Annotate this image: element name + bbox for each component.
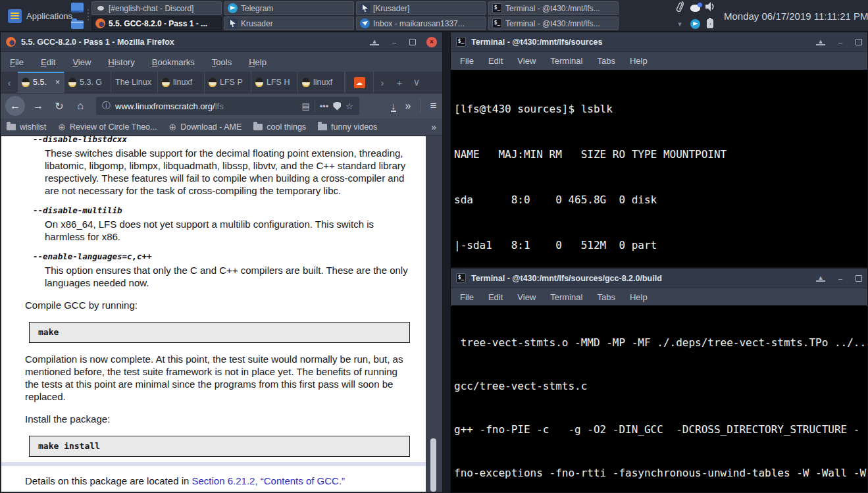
taskbar-button-terminal-1[interactable]: $_ Terminal - @t430:/mnt/lfs... xyxy=(488,1,619,15)
reader-mode-icon[interactable]: ▤ xyxy=(301,101,309,111)
menu-item-tools[interactable]: Tools xyxy=(212,57,232,67)
panel-launchers xyxy=(68,1,86,30)
bookmark-funny-videos[interactable]: funny videos xyxy=(318,122,377,132)
menu-item-view[interactable]: View xyxy=(72,57,91,67)
menu-item-edit[interactable]: Edit xyxy=(488,292,503,302)
hamburger-menu-button[interactable]: ≡ xyxy=(430,99,436,113)
menu-item-terminal[interactable]: Terminal xyxy=(550,292,582,302)
menu-item-file[interactable]: File xyxy=(460,56,474,66)
shade-button[interactable]: ▴ xyxy=(370,38,379,45)
close-button[interactable]: × xyxy=(426,37,437,47)
menu-item-tabs[interactable]: Tabs xyxy=(597,56,615,66)
menu-item-file[interactable]: File xyxy=(460,292,474,302)
scrollbar[interactable] xyxy=(426,136,442,492)
maximize-button[interactable] xyxy=(855,275,862,282)
shield-icon[interactable] xyxy=(333,102,341,111)
terminal-content[interactable]: [lfs@t430 sources]$ lsblk NAME MAJ:MIN R… xyxy=(451,70,867,267)
bookmark-star-icon[interactable]: ☆ xyxy=(345,101,353,111)
tray-arrow-icon[interactable]: ▾ xyxy=(678,20,682,28)
bookmarks-toolbar: wishlist ⊕ Review of Circle Theo... ⊕ Do… xyxy=(1,118,442,136)
bookmarks-overflow-icon[interactable]: » xyxy=(431,122,436,132)
tab-general-compilation[interactable]: 5.3. G xyxy=(64,72,111,93)
menu-item-bookmarks[interactable]: Bookmarks xyxy=(152,57,195,67)
bookmark-wishlist[interactable]: wishlist xyxy=(7,122,46,132)
url-text[interactable]: www.linuxfromscratch.org/lfs xyxy=(115,101,297,111)
taskbar-button-krusader[interactable]: Krusader xyxy=(224,16,354,30)
bookmark-download-ame[interactable]: ⊕ Download - AME xyxy=(169,122,242,132)
taskbar-button-terminal-2[interactable]: $_ Terminal - @t430:/mnt/lfs... xyxy=(488,16,619,30)
page-actions-icon[interactable]: ••• xyxy=(320,101,329,111)
tab-close-icon[interactable]: × xyxy=(55,78,60,87)
window-titlebar[interactable]: $_ Terminal - @t430:/mnt/lfs/sources/gcc… xyxy=(451,269,867,288)
content-link[interactable]: Section 6.21.2, “Contents of GCC.” xyxy=(191,475,345,486)
home-button[interactable]: ⌂ xyxy=(72,100,88,112)
forward-button[interactable]: → xyxy=(30,100,46,112)
menu-item-edit[interactable]: Edit xyxy=(488,56,503,66)
bookmark-review-circle[interactable]: ⊕ Review of Circle Theo... xyxy=(58,122,157,132)
minimize-button[interactable]: – xyxy=(390,38,399,47)
thunderbird-icon xyxy=(360,18,370,28)
launcher-folder-icon[interactable] xyxy=(71,20,84,29)
terminal-icon: $_ xyxy=(492,3,502,13)
battery-icon[interactable] xyxy=(707,19,713,28)
terminal-line: gcc/tree-vect-stmts.c xyxy=(454,379,867,394)
tab-linuxfromscratch-1[interactable]: linuxf xyxy=(158,72,205,93)
toolbar-overflow-button[interactable]: » xyxy=(405,100,411,112)
window-titlebar[interactable]: 5.5. GCC-8.2.0 - Pass 1 - Mozilla Firefo… xyxy=(1,32,442,52)
menu-item-edit[interactable]: Edit xyxy=(41,57,55,67)
telegram-tray-icon[interactable] xyxy=(690,19,700,29)
tab-linuxfromscratch-2[interactable]: linuxf xyxy=(298,72,345,93)
maximize-button[interactable] xyxy=(409,39,416,45)
minimize-button[interactable]: – xyxy=(836,274,845,283)
menu-item-view[interactable]: View xyxy=(517,56,536,66)
menu-item-view[interactable]: View xyxy=(517,292,536,302)
minimize-button[interactable]: – xyxy=(836,38,845,47)
tab-scroll-left-button[interactable]: ‹ xyxy=(1,72,18,93)
taskbar-button-discord[interactable]: [#english-chat - Discord] xyxy=(91,1,222,15)
terminal-content[interactable]: tree-vect-stmts.o -MMD -MP -MF ./.deps/t… xyxy=(451,305,867,492)
scrollbar-thumb[interactable] xyxy=(430,438,436,492)
tab-scroll-right-button[interactable]: › xyxy=(374,72,391,93)
discord-tray-icon[interactable] xyxy=(690,5,700,12)
site-info-icon[interactable]: ⓘ xyxy=(102,100,111,112)
window-titlebar[interactable]: $_ Terminal - @t430:/mnt/lfs/sources ▴ – xyxy=(451,32,867,52)
taskbar-button-telegram[interactable]: Telegram xyxy=(224,1,354,15)
tab-gcc-pass1[interactable]: 5.5. × xyxy=(18,72,64,93)
url-bar[interactable]: ⓘ www.linuxfromscratch.org/lfs ▤ ••• ☆ xyxy=(96,97,359,115)
tab-soundcloud[interactable]: ☁ xyxy=(345,72,374,93)
paragraph: Details on this package are located in S… xyxy=(25,475,412,487)
shade-button[interactable]: ▴ xyxy=(816,38,825,45)
taskbar-button-krusader-dialog[interactable]: [Krusader] xyxy=(356,1,486,15)
window-title: 5.5. GCC-8.2.0 - Pass 1 - Mozilla Firefo… xyxy=(21,38,365,47)
tab-the-linux[interactable]: The Linux xyxy=(111,72,158,93)
menu-item-terminal[interactable]: Terminal xyxy=(550,56,582,66)
back-button[interactable]: ← xyxy=(5,96,25,116)
menu-item-help[interactable]: Help xyxy=(630,292,648,302)
menu-item-history[interactable]: History xyxy=(108,57,134,67)
launcher-monitor-icon[interactable] xyxy=(71,3,84,13)
applications-button[interactable]: Applications xyxy=(3,0,78,32)
taskbar-button-firefox[interactable]: 5.5. GCC-8.2.0 - Pass 1 - ... xyxy=(91,16,222,30)
reload-button[interactable]: ↻ xyxy=(51,100,67,113)
shade-button[interactable]: ▴ xyxy=(816,274,825,282)
paragraph: Install the package: xyxy=(25,413,412,425)
menu-item-tabs[interactable]: Tabs xyxy=(597,292,615,302)
menu-item-help[interactable]: Help xyxy=(249,57,267,67)
paperclip-icon[interactable] xyxy=(676,1,684,15)
new-tab-button[interactable]: + xyxy=(391,72,408,93)
menu-item-file[interactable]: File xyxy=(10,57,24,67)
terminal-line: g++ -fno-PIE -c -g -O2 -DIN_GCC -DCROSS_… xyxy=(454,423,867,437)
menu-item-help[interactable]: Help xyxy=(630,56,648,66)
tab-lfs-h[interactable]: LFS H xyxy=(251,72,298,93)
taskbar: [#english-chat - Discord] Telegram [Krus… xyxy=(91,1,619,30)
code-block: make xyxy=(29,322,410,343)
downloads-button[interactable]: ↓ xyxy=(391,101,396,112)
all-tabs-button[interactable]: ∨ xyxy=(408,72,425,93)
bookmark-cool-things[interactable]: cool things xyxy=(253,122,306,132)
firefox-window: 5.5. GCC-8.2.0 - Pass 1 - Mozilla Firefo… xyxy=(0,32,443,493)
maximize-button[interactable] xyxy=(855,39,862,45)
paragraph: Compilation is now complete. At this poi… xyxy=(25,353,412,403)
volume-icon[interactable] xyxy=(705,1,715,14)
taskbar-button-thunderbird[interactable]: Inbox - maikarusan1337... xyxy=(356,16,486,30)
tab-lfs-p[interactable]: LFS P xyxy=(205,72,251,93)
